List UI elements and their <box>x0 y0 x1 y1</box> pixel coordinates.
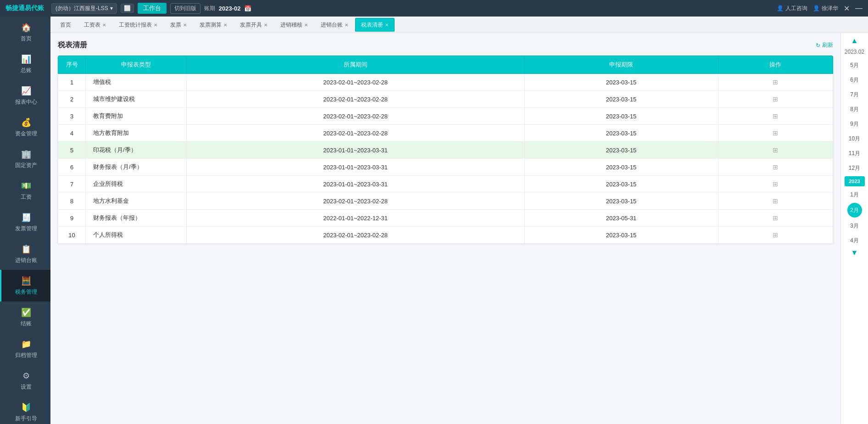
cell-period: 2023-01-01~2023-03-31 <box>187 159 525 176</box>
cell-action[interactable]: ⊞ <box>718 210 833 227</box>
cell-action[interactable]: ⊞ <box>718 125 833 142</box>
cell-deadline: 2023-03-15 <box>524 142 718 159</box>
month-item[interactable]: 10月 <box>846 132 864 145</box>
month-item[interactable]: 2月 <box>847 203 862 218</box>
sidebar-item-archive[interactable]: 📁 归档管理 <box>0 333 50 365</box>
sidebar-item-capital[interactable]: 💰 资金管理 <box>0 112 50 143</box>
action-icon[interactable]: ⊞ <box>773 146 778 154</box>
sidebar-item-home[interactable]: 🏠 首页 <box>0 17 50 48</box>
sidebar-item-fixed-assets[interactable]: 🏢 固定资产 <box>0 143 50 175</box>
workspace-button[interactable]: 工作台 <box>138 3 167 14</box>
copy-button[interactable]: ⬜ <box>121 4 134 13</box>
ai-consult-button[interactable]: 👤 人工咨询 <box>777 5 807 12</box>
tab-invoice-check[interactable]: 发票测算 ✕ <box>194 18 233 32</box>
calendar-icon[interactable]: 📅 <box>244 5 251 12</box>
cell-action[interactable]: ⊞ <box>718 193 833 210</box>
tab-invoice[interactable]: 发票 ✕ <box>164 18 193 32</box>
cell-action[interactable]: ⊞ <box>718 142 833 159</box>
tab-close-sales-ledger[interactable]: ✕ <box>345 22 348 28</box>
cell-type: 教育费附加 <box>86 108 187 125</box>
cell-no: 3 <box>58 108 86 125</box>
tax-icon: 🧮 <box>21 275 32 286</box>
year-label: 2023 <box>845 176 865 186</box>
sidebar-item-invoice[interactable]: 🧾 发票管理 <box>0 206 50 238</box>
month-item[interactable]: 5月 <box>846 59 864 72</box>
tab-close-invoice-check[interactable]: ✕ <box>223 22 227 28</box>
close-icon[interactable]: ✕ <box>844 4 850 13</box>
cell-no: 5 <box>58 142 86 159</box>
tab-purchase-review[interactable]: 进销稽核 ✕ <box>274 18 314 32</box>
cell-action[interactable]: ⊞ <box>718 159 833 176</box>
cell-deadline: 2023-05-31 <box>524 210 718 227</box>
tab-close-salary-table[interactable]: ✕ <box>102 22 106 28</box>
sidebar-item-settings[interactable]: ⚙ 设置 <box>0 365 50 396</box>
tab-close-salary-stats[interactable]: ✕ <box>154 22 157 28</box>
sidebar-label-archive: 归档管理 <box>15 351 37 359</box>
month-item[interactable]: 3月 <box>846 219 864 232</box>
sidebar-item-report[interactable]: 📈 报表中心 <box>0 80 50 112</box>
action-icon[interactable]: ⊞ <box>773 231 778 239</box>
cell-action[interactable]: ⊞ <box>718 108 833 125</box>
month-item[interactable]: 6月 <box>846 73 864 86</box>
month-item[interactable]: 11月 <box>846 147 864 160</box>
action-icon[interactable]: ⊞ <box>773 78 778 86</box>
tab-close-tax-clear[interactable]: ✕ <box>385 22 389 28</box>
tab-sales-ledger[interactable]: 进销台账 ✕ <box>315 18 354 32</box>
month-item[interactable]: 8月 <box>846 103 864 116</box>
panel-nav-down[interactable]: ▼ <box>851 249 858 257</box>
cell-no: 8 <box>58 193 86 210</box>
cell-deadline: 2023-03-15 <box>524 176 718 193</box>
action-icon[interactable]: ⊞ <box>773 163 778 171</box>
action-icon[interactable]: ⊞ <box>773 197 778 205</box>
content-area: 首页 工资表 ✕ 工资统计报表 ✕ 发票 ✕ 发票测算 ✕ 发票开具 ✕ <box>50 17 868 424</box>
cell-action[interactable]: ⊞ <box>718 74 833 91</box>
company-selector[interactable]: (勿动）江西服垦-LSS ▾ <box>51 3 117 14</box>
tab-close-invoice[interactable]: ✕ <box>183 22 187 28</box>
col-header-action: 操作 <box>718 56 833 74</box>
month-item[interactable]: 9月 <box>846 117 864 130</box>
tab-close-invoice-open[interactable]: ✕ <box>264 22 267 28</box>
refresh-button[interactable]: ↻ 刷新 <box>816 41 833 49</box>
tab-home[interactable]: 首页 <box>54 18 77 32</box>
sidebar-label-ledger: 总账 <box>21 67 32 74</box>
action-icon[interactable]: ⊞ <box>773 95 778 103</box>
table-row: 10 个人所得税 2023-02-01~2023-02-28 2023-03-1… <box>58 227 833 244</box>
page-title: 税表清册 <box>58 40 87 50</box>
month-item[interactable]: 1月 <box>846 188 864 201</box>
month-item[interactable]: 7月 <box>846 88 864 101</box>
sidebar-item-ledger[interactable]: 📊 总账 <box>0 48 50 80</box>
sidebar-item-sales[interactable]: 📋 进销台账 <box>0 238 50 270</box>
action-icon[interactable]: ⊞ <box>773 112 778 120</box>
switch-version-button[interactable]: 切到旧版 <box>170 3 200 14</box>
tax-table: 序号 申报表类型 所属期间 申报期限 操作 1 增值税 2023-02-01~2… <box>58 56 833 244</box>
cell-action[interactable]: ⊞ <box>718 176 833 193</box>
action-icon[interactable]: ⊞ <box>773 214 778 222</box>
top-bar: 畅捷通易代账 (勿动）江西服垦-LSS ▾ ⬜ 工作台 切到旧版 账期 2023… <box>0 0 868 17</box>
panel-nav-up[interactable]: ▲ <box>851 37 858 45</box>
minimize-icon[interactable]: — <box>855 4 862 12</box>
col-header-type: 申报表类型 <box>86 56 187 74</box>
tab-invoice-open[interactable]: 发票开具 ✕ <box>234 18 273 32</box>
cell-period: 2023-02-01~2023-02-28 <box>187 91 525 108</box>
sidebar-item-salary[interactable]: 💵 工资 <box>0 175 50 206</box>
action-icon[interactable]: ⊞ <box>773 180 778 188</box>
sidebar-item-guide[interactable]: 🔰 新手引导 <box>0 396 50 424</box>
action-icon[interactable]: ⊞ <box>773 129 778 137</box>
sidebar-item-tax[interactable]: 🧮 税务管理 <box>0 270 50 301</box>
invoice-icon: 🧾 <box>21 212 32 223</box>
tab-close-purchase-review[interactable]: ✕ <box>304 22 308 28</box>
cell-no: 9 <box>58 210 86 227</box>
sidebar-label-fixed-assets: 固定资产 <box>15 162 37 169</box>
cell-type: 财务报表（月/季） <box>86 159 187 176</box>
user-avatar: 👤 <box>813 5 820 11</box>
ledger-icon: 📊 <box>21 54 32 65</box>
month-item[interactable]: 4月 <box>846 234 864 247</box>
cell-action[interactable]: ⊞ <box>718 91 833 108</box>
month-item[interactable]: 12月 <box>846 162 864 174</box>
tab-salary-table[interactable]: 工资表 ✕ <box>78 18 112 32</box>
tab-salary-stats[interactable]: 工资统计报表 ✕ <box>113 18 163 32</box>
sidebar-item-settlement[interactable]: ✅ 结账 <box>0 301 50 333</box>
user-menu[interactable]: 👤 徐泽华 <box>813 5 838 12</box>
cell-action[interactable]: ⊞ <box>718 227 833 244</box>
tab-tax-clear[interactable]: 税表清册 ✕ <box>355 18 395 32</box>
